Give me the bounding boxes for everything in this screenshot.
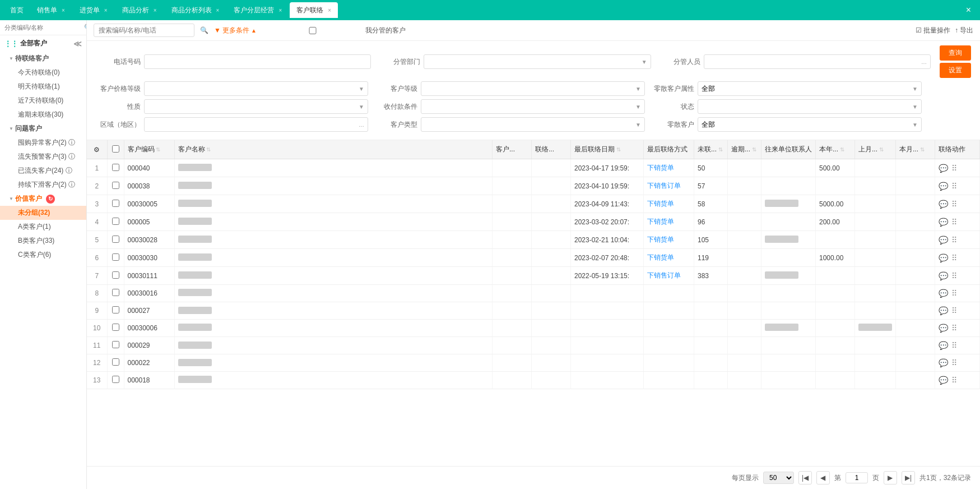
reset-button[interactable]: 设置 xyxy=(940,63,971,78)
row-checkbox-cell[interactable] xyxy=(107,285,124,302)
close-all-button[interactable]: × xyxy=(962,5,976,15)
close-segment-icon[interactable]: × xyxy=(278,7,282,13)
more-icon[interactable]: ⠿ xyxy=(951,289,957,298)
more-icon[interactable]: ⠿ xyxy=(951,271,957,280)
row-checkbox[interactable] xyxy=(112,324,119,331)
last-way-link[interactable]: 下销售订单 xyxy=(647,182,681,190)
sidebar-item-overdue[interactable]: 逾期未联络(30) xyxy=(0,108,86,122)
row-checkbox-cell[interactable] xyxy=(107,177,124,195)
last-page-button[interactable]: ▶| xyxy=(902,471,915,485)
search-input[interactable] xyxy=(94,24,194,37)
sidebar-item-churned[interactable]: 已流失客户(24) ⓘ xyxy=(0,164,86,178)
more-icon[interactable]: ⠿ xyxy=(951,306,957,315)
row-checkbox-cell[interactable] xyxy=(107,302,124,320)
nature-select[interactable]: ▼ xyxy=(144,99,368,114)
select-all-checkbox[interactable] xyxy=(112,145,119,153)
sidebar-item-tomorrow[interactable]: 明天待联络(1) xyxy=(0,80,86,94)
row-checkbox[interactable] xyxy=(112,182,119,189)
payment-select[interactable]: ▼ xyxy=(421,99,645,114)
th-overdue[interactable]: 逾期... xyxy=(728,140,761,159)
row-checkbox[interactable] xyxy=(112,200,119,207)
sidebar-group-problem[interactable]: ▼ 问题客户 xyxy=(0,122,86,136)
more-icon[interactable]: ⠿ xyxy=(951,164,957,173)
chat-icon[interactable]: 💬 xyxy=(939,182,948,191)
my-customers-checkbox-label[interactable]: 我分管的客户 xyxy=(262,26,406,35)
chat-icon[interactable]: 💬 xyxy=(939,358,948,367)
row-checkbox[interactable] xyxy=(112,236,119,243)
row-checkbox-cell[interactable] xyxy=(107,195,124,213)
th-code[interactable]: 客户编码 xyxy=(124,140,174,159)
chat-icon[interactable]: 💬 xyxy=(939,289,948,298)
sidebar-item-abnormal[interactable]: 囤购异常客户(2) ⓘ xyxy=(0,136,86,150)
th-check[interactable] xyxy=(107,140,124,159)
my-customers-checkbox[interactable] xyxy=(262,27,363,34)
last-way-link[interactable]: 下销货单 xyxy=(647,164,674,172)
sidebar-item-silent[interactable]: 持续下滑客户(2) ⓘ xyxy=(0,178,86,192)
chat-icon[interactable]: 💬 xyxy=(939,218,948,227)
row-checkbox-cell[interactable] xyxy=(107,354,124,372)
price-level-select[interactable]: ▼ xyxy=(144,81,368,96)
row-checkbox-cell[interactable] xyxy=(107,267,124,285)
row-checkbox-cell[interactable] xyxy=(107,337,124,354)
more-icon[interactable]: ⠿ xyxy=(951,253,957,262)
phone-input[interactable] xyxy=(144,54,371,69)
chat-icon[interactable]: 💬 xyxy=(939,306,948,315)
settings-icon[interactable]: ⚙ xyxy=(94,146,100,154)
more-icon[interactable]: ⠿ xyxy=(951,358,957,367)
sidebar-item-b-class[interactable]: B类客户(33) xyxy=(0,234,86,248)
dept-select[interactable]: ▼ xyxy=(424,54,651,69)
more-icon[interactable]: ⠿ xyxy=(951,200,957,209)
tab-sales[interactable]: 销售单 × xyxy=(30,2,72,18)
more-icon[interactable]: ⠿ xyxy=(951,324,957,333)
chat-icon[interactable]: 💬 xyxy=(939,376,948,385)
row-checkbox[interactable] xyxy=(112,341,119,348)
export-button[interactable]: ↑ 导出 xyxy=(955,26,973,35)
sidebar-item-a-class[interactable]: A类客户(1) xyxy=(0,220,86,234)
retail-attr-select[interactable]: 全部▼ xyxy=(698,81,922,96)
close-analysis-list-icon[interactable]: × xyxy=(216,7,220,13)
prev-page-button[interactable]: ◀ xyxy=(816,471,830,485)
batch-op-button[interactable]: ☑ 批量操作 xyxy=(916,26,950,35)
row-checkbox-cell[interactable] xyxy=(107,320,124,337)
th-cur-month[interactable]: 本月... xyxy=(896,140,935,159)
row-checkbox-cell[interactable] xyxy=(107,249,124,267)
chat-icon[interactable]: 💬 xyxy=(939,164,948,173)
more-icon[interactable]: ⠿ xyxy=(951,236,957,245)
more-filter-button[interactable]: ▼ 更多条件 ▲ xyxy=(214,26,257,35)
last-way-link[interactable]: 下销货单 xyxy=(647,236,674,243)
page-size-select[interactable]: 50 100 200 xyxy=(763,472,794,484)
chat-icon[interactable]: 💬 xyxy=(939,253,948,262)
sidebar-search-input[interactable] xyxy=(4,24,82,31)
cust-level-select[interactable]: ▼ xyxy=(421,81,645,96)
th-last-month[interactable]: 上月... xyxy=(855,140,896,159)
row-checkbox[interactable] xyxy=(112,253,119,261)
close-purchase-icon[interactable]: × xyxy=(104,7,108,13)
row-checkbox[interactable] xyxy=(112,376,119,383)
tab-customer-contact[interactable]: 客户联络 × xyxy=(290,2,338,18)
row-checkbox-cell[interactable] xyxy=(107,213,124,231)
first-page-button[interactable]: |◀ xyxy=(798,471,812,485)
status-select[interactable]: ▼ xyxy=(698,99,922,114)
row-checkbox-cell[interactable] xyxy=(107,372,124,389)
row-checkbox[interactable] xyxy=(112,358,119,366)
sidebar-group-value[interactable]: ▼ 价值客户 ↻ xyxy=(0,192,86,206)
tab-purchase[interactable]: 进货单 × xyxy=(73,2,114,18)
query-button[interactable]: 查询 xyxy=(940,45,971,61)
th-year[interactable]: 本年... xyxy=(816,140,855,159)
tab-customer-segment[interactable]: 客户分层经营 × xyxy=(227,2,289,18)
chat-icon[interactable]: 💬 xyxy=(939,341,948,350)
sidebar-item-c-class[interactable]: C类客户(6) xyxy=(0,248,86,262)
th-uncontact[interactable]: 未联... xyxy=(694,140,728,159)
tab-analysis-list[interactable]: 商品分析列表 × xyxy=(165,2,226,18)
sidebar-item-week[interactable]: 近7天待联络(0) xyxy=(0,94,86,108)
more-icon[interactable]: ⠿ xyxy=(951,341,957,350)
sidebar-item-today[interactable]: 今天待联络(0) xyxy=(0,66,86,80)
sidebar-item-churn-risk[interactable]: 流失预警客户(3) ⓘ xyxy=(0,150,86,164)
row-checkbox[interactable] xyxy=(112,218,119,225)
row-checkbox[interactable] xyxy=(112,271,119,279)
row-checkbox-cell[interactable] xyxy=(107,231,124,249)
row-checkbox[interactable] xyxy=(112,289,119,296)
close-contact-icon[interactable]: × xyxy=(328,7,331,13)
collapse-icon[interactable]: ≪ xyxy=(73,39,82,48)
cust-type-select[interactable]: ▼ xyxy=(421,117,645,132)
